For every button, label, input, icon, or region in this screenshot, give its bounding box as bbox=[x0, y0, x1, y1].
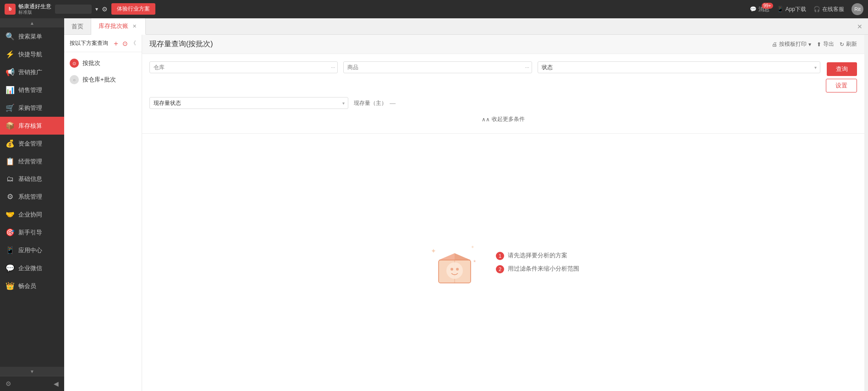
add-scheme-btn[interactable]: ＋ bbox=[112, 40, 120, 47]
online-support-area[interactable]: 🎧 在线客服 bbox=[813, 5, 844, 13]
filter-row-2: 现存量状态 ▾ 现存量（主） — bbox=[149, 97, 857, 109]
title-actions: 🖨 按模板打印 ▾ ⬆ 导出 ↻ 刷新 bbox=[772, 40, 857, 48]
sidebar-item-sales[interactable]: 📊 销售管理 bbox=[0, 81, 64, 99]
online-support-label: 在线客服 bbox=[822, 5, 844, 13]
sidebar-item-business[interactable]: 📋 经营管理 bbox=[0, 152, 64, 170]
status-select[interactable]: 状态 bbox=[538, 61, 820, 73]
tip-num-2: 2 bbox=[496, 265, 504, 273]
svg-text:✦: ✦ bbox=[471, 244, 474, 250]
enterprise-icon: 🤝 bbox=[5, 210, 15, 219]
tab-inventory-batch-label: 库存批次账 bbox=[99, 22, 128, 30]
warehouse-more-btn[interactable]: ··· bbox=[331, 65, 335, 70]
print-dropdown-icon: ▾ bbox=[808, 41, 811, 48]
logo-area: b 畅康通好生意 标准版 bbox=[5, 3, 51, 15]
goods-field: ··· bbox=[343, 61, 532, 73]
business-icon: 📋 bbox=[5, 157, 15, 166]
goods-more-btn[interactable]: ··· bbox=[525, 65, 529, 70]
sidebar-item-label: 营销推广 bbox=[18, 68, 42, 76]
content-area: 首页 库存批次账 ✕ ✕ 按以下方案查询 ＋ ⊙ 《 bbox=[64, 18, 868, 391]
sidebar-item-appcenter[interactable]: 📱 应用中心 bbox=[0, 241, 64, 259]
logo-icon: b bbox=[5, 4, 16, 15]
close-panel-btn[interactable]: ✕ bbox=[852, 23, 868, 30]
sidebar-item-label: 应用中心 bbox=[18, 246, 42, 255]
query-button[interactable]: 查询 bbox=[827, 62, 857, 76]
search-icon: 🔍 bbox=[5, 32, 15, 41]
sidebar-item-system[interactable]: ⚙ 系统管理 bbox=[0, 188, 64, 206]
appcenter-icon: 📱 bbox=[5, 246, 15, 255]
svg-text:★: ★ bbox=[473, 259, 476, 263]
page-content: 按以下方案查询 ＋ ⊙ 《 ⊙ 按批次 ○ 按仓库+批次 bbox=[64, 35, 868, 391]
export-label: 导出 bbox=[823, 40, 834, 48]
sidebar-item-label: 经营管理 bbox=[18, 157, 42, 166]
chevron-up-icon: ∧∧ bbox=[482, 116, 490, 123]
stock-qty-label: 现存量（主） bbox=[354, 99, 387, 107]
status-field: 状态 ▾ bbox=[538, 61, 820, 73]
goods-input[interactable] bbox=[343, 61, 532, 73]
tab-close-icon[interactable]: ✕ bbox=[131, 23, 138, 30]
user-name: Rit bbox=[854, 6, 860, 12]
collapse-label: 收起更多条件 bbox=[492, 115, 525, 123]
user-area[interactable]: Rit bbox=[852, 3, 863, 15]
sidebar-item-quicknav[interactable]: ⚡ 快捷导航 bbox=[0, 45, 64, 63]
sidebar-item-search[interactable]: 🔍 搜索菜单 bbox=[0, 27, 64, 45]
empty-tip-1: 1 请先选择要分析的方案 bbox=[496, 251, 579, 260]
scheme-item-warehouse-batch[interactable]: ○ 按仓库+批次 bbox=[64, 71, 142, 88]
sidebar: ▲ 🔍 搜索菜单 ⚡ 快捷导航 📢 营销推广 📊 销售管理 🛒 采购管理 bbox=[0, 18, 64, 391]
chevron-down-icon: ▾ bbox=[95, 6, 98, 12]
sidebar-item-purchase[interactable]: 🛒 采购管理 bbox=[0, 99, 64, 117]
scheme-inactive-icon: ○ bbox=[70, 75, 79, 84]
collapse-button[interactable]: ∧∧ 收起更多条件 bbox=[479, 113, 527, 126]
scheme-item-batch[interactable]: ⊙ 按批次 bbox=[64, 55, 142, 71]
print-action[interactable]: 🖨 按模板打印 ▾ bbox=[772, 40, 811, 48]
page-title: 现存量查询(按批次) bbox=[149, 39, 213, 49]
status-select-wrap: 状态 ▾ bbox=[538, 61, 820, 73]
header-search-input[interactable] bbox=[55, 5, 92, 14]
sidebar-item-finance[interactable]: 💰 资金管理 bbox=[0, 135, 64, 152]
left-panel-title: 按以下方案查询 bbox=[70, 39, 108, 47]
collapse-row: ∧∧ 收起更多条件 bbox=[149, 113, 857, 126]
right-edge-scrollbar bbox=[864, 35, 868, 391]
tip-num-1: 1 bbox=[496, 252, 504, 260]
sidebar-item-label: 资金管理 bbox=[18, 140, 42, 148]
settings-button[interactable]: 设置 bbox=[826, 79, 857, 92]
sidebar-item-wechat[interactable]: 💬 企业微信 bbox=[0, 259, 64, 277]
svg-point-5 bbox=[446, 262, 463, 279]
tab-home[interactable]: 首页 bbox=[64, 18, 91, 35]
tip-text-1: 请先选择要分析的方案 bbox=[508, 251, 567, 260]
sidebar-item-label: 畅会员 bbox=[18, 282, 36, 290]
inventory-icon: 📦 bbox=[5, 121, 15, 130]
sidebar-item-label: 企业微信 bbox=[18, 264, 42, 272]
export-action[interactable]: ⬆ 导出 bbox=[817, 40, 834, 48]
sidebar-item-member[interactable]: 👑 畅会员 bbox=[0, 277, 64, 295]
gear-icon[interactable]: ⚙ bbox=[102, 5, 108, 13]
sidebar-scroll-up[interactable]: ▲ bbox=[0, 18, 64, 27]
sidebar-scroll-down[interactable]: ▼ bbox=[0, 367, 64, 376]
svg-marker-2 bbox=[455, 253, 471, 260]
sidebar-item-marketing[interactable]: 📢 营销推广 bbox=[0, 63, 64, 81]
print-label: 按模板打印 bbox=[779, 40, 807, 48]
stock-status-select[interactable]: 现存量状态 bbox=[149, 97, 348, 109]
sidebar-item-basic[interactable]: 🗂 基础信息 bbox=[0, 170, 64, 188]
refresh-action[interactable]: ↻ 刷新 bbox=[840, 40, 857, 48]
sidebar-item-inventory[interactable]: 📦 库存核算 bbox=[0, 117, 64, 135]
logo-text: 畅康通好生意 bbox=[18, 3, 51, 10]
newguide-icon: 🎯 bbox=[5, 228, 15, 237]
experience-button[interactable]: 体验行业方案 bbox=[111, 3, 155, 15]
messages-area[interactable]: 💬 消息 99+ bbox=[750, 5, 769, 13]
sidebar-item-label: 基础信息 bbox=[18, 175, 42, 183]
purchase-icon: 🛒 bbox=[5, 103, 15, 112]
toggle-sidebar-icon[interactable]: ◀ bbox=[54, 380, 59, 387]
header-dropdown[interactable]: ▾ bbox=[95, 6, 98, 12]
sidebar-item-enterprise[interactable]: 🤝 企业协同 bbox=[0, 206, 64, 223]
app-download-area[interactable]: 📱 App下载 bbox=[777, 5, 806, 13]
logo-sub: 标准版 bbox=[18, 10, 51, 15]
sidebar-item-label: 新手引导 bbox=[18, 228, 42, 237]
sidebar-item-newguide[interactable]: 🎯 新手引导 bbox=[0, 223, 64, 241]
warehouse-input[interactable] bbox=[149, 61, 338, 73]
empty-state: ✦ ✦ ★ 1 请先选择要分析的方案 2 用过滤条件来缩小分析范围 bbox=[142, 134, 864, 391]
tab-inventory-batch[interactable]: 库存批次账 ✕ bbox=[91, 18, 146, 35]
stock-qty-field: 现存量（主） — bbox=[354, 99, 553, 107]
scheme-settings-btn[interactable]: ⊙ bbox=[122, 40, 128, 47]
collapse-panel-icon[interactable]: 《 bbox=[131, 39, 136, 47]
settings-bottom-icon[interactable]: ⚙ bbox=[5, 380, 11, 387]
